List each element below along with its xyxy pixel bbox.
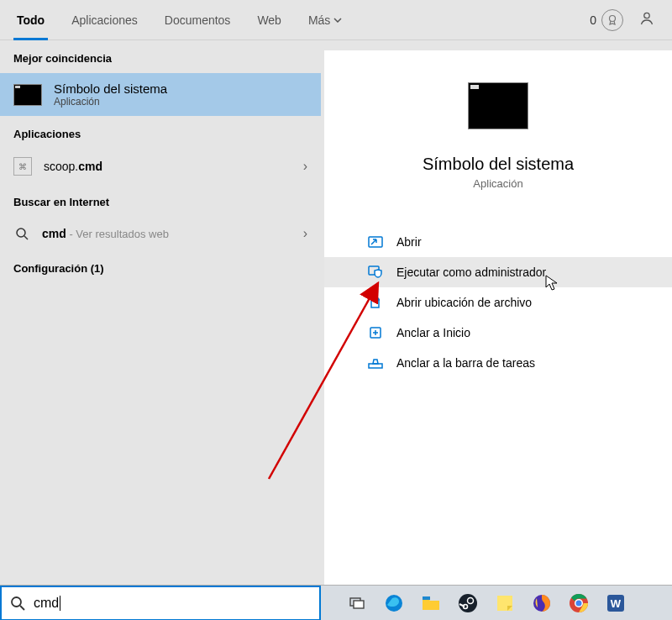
tab-web[interactable]: Web [244, 0, 295, 40]
svg-point-8 [12, 597, 21, 607]
search-icon [13, 225, 30, 242]
medal-icon [601, 9, 623, 31]
shield-admin-icon [368, 265, 383, 280]
steam-icon[interactable] [457, 592, 479, 614]
task-view-icon[interactable] [346, 592, 368, 614]
cmd-hero-icon [468, 82, 528, 129]
tab-apps[interactable]: Aplicaciones [58, 0, 151, 40]
account-icon[interactable] [638, 10, 655, 30]
action-pin-start[interactable]: Anclar a Inicio [324, 318, 672, 348]
svg-rect-4 [369, 237, 382, 247]
action-label: Ejecutar como administrador [396, 265, 546, 279]
results-panel: Mejor coincidencia Símbolo del sistema A… [0, 40, 321, 585]
open-icon [368, 234, 383, 250]
search-input-text: cmd [34, 596, 59, 610]
pin-taskbar-icon [368, 355, 383, 370]
action-pin-taskbar[interactable]: Anclar a la barra de tareas [324, 348, 672, 378]
chevron-right-icon: › [303, 159, 307, 174]
search-icon [10, 596, 25, 611]
app-result-match: cmd [78, 160, 102, 173]
svg-line-3 [24, 236, 28, 239]
action-list: Abrir Ejecutar como administrador Abrir … [324, 210, 672, 395]
tab-more-label: Más [308, 13, 330, 27]
sticky-notes-icon[interactable] [494, 592, 516, 614]
word-icon[interactable]: W [605, 592, 627, 614]
rewards-badge[interactable]: 0 [590, 9, 623, 31]
action-label: Abrir ubicación de archivo [396, 296, 532, 309]
file-explorer-icon[interactable] [420, 592, 442, 614]
cmd-app-icon [13, 84, 42, 106]
edge-icon[interactable] [383, 592, 405, 614]
search-results-main: Mejor coincidencia Símbolo del sistema A… [0, 40, 672, 585]
action-open-file-location[interactable]: Abrir ubicación de archivo [324, 287, 672, 318]
action-label: Anclar a Inicio [396, 326, 470, 339]
best-match-subtitle: Aplicación [54, 96, 167, 108]
pin-start-icon [368, 325, 383, 340]
svg-rect-11 [354, 601, 364, 608]
svg-point-2 [17, 229, 25, 237]
details-panel: Símbolo del sistema Aplicación Abrir Eje… [324, 50, 672, 585]
svg-point-21 [576, 600, 582, 606]
chevron-down-icon [333, 18, 342, 23]
app-result-scoop-cmd[interactable]: ⌘ scoop.cmd › [0, 149, 321, 184]
tab-docs[interactable]: Documentos [151, 0, 244, 40]
best-match-item[interactable]: Símbolo del sistema Aplicación [0, 73, 321, 116]
svg-point-1 [644, 13, 649, 18]
firefox-icon[interactable] [531, 592, 553, 614]
config-section-header: Configuración (1) [0, 250, 321, 283]
action-run-as-admin[interactable]: Ejecutar como administrador [324, 257, 672, 287]
action-label: Abrir [396, 235, 422, 249]
svg-rect-17 [497, 596, 512, 611]
tab-more[interactable]: Más [295, 0, 355, 40]
details-subtitle: Aplicación [473, 177, 522, 190]
tab-all[interactable]: Todo [3, 0, 58, 40]
web-section-header: Buscar en Internet [0, 184, 321, 217]
batch-file-icon: ⌘ [13, 157, 32, 176]
app-result-prefix: scoop. [44, 160, 78, 173]
chevron-right-icon: › [303, 226, 307, 241]
svg-line-9 [20, 606, 24, 610]
web-result-match: cmd [42, 227, 66, 240]
svg-point-0 [610, 15, 616, 21]
action-label: Anclar a la barra de tareas [396, 356, 535, 370]
details-title: Símbolo del sistema [423, 155, 574, 174]
apps-section-header: Aplicaciones [0, 116, 321, 149]
folder-location-icon [368, 295, 383, 310]
taskbar: cmd W [0, 585, 672, 620]
svg-text:W: W [611, 597, 622, 610]
best-match-title: Símbolo del sistema [54, 81, 167, 96]
svg-rect-13 [423, 596, 430, 600]
chrome-icon[interactable] [568, 592, 590, 614]
search-tabs-bar: Todo Aplicaciones Documentos Web Más 0 [0, 0, 672, 40]
best-match-header: Mejor coincidencia [0, 40, 321, 73]
rewards-points: 0 [590, 13, 596, 27]
action-open[interactable]: Abrir [324, 227, 672, 257]
search-box[interactable]: cmd [0, 586, 321, 620]
web-result-cmd[interactable]: cmd - Ver resultados web › [0, 217, 321, 250]
web-result-hint: - Ver resultados web [66, 228, 169, 240]
